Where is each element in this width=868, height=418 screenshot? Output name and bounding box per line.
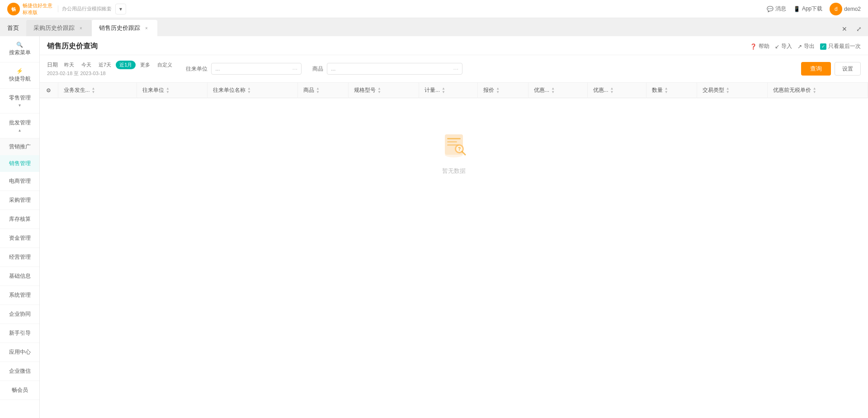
breadcrumb: 办公用品行业模拟账套 (58, 5, 112, 12)
date-filter-group: 日期 昨天 今天 近7天 近1月 更多 自定义 2023-02-18 至 202… (47, 61, 175, 77)
col-pretax-price[interactable]: 优惠前无税单价 ▲▼ (767, 83, 868, 98)
tab-sales-history-close[interactable]: × (143, 24, 150, 32)
sidebar-item-enterprise-wechat[interactable]: 企业微信 (0, 362, 39, 381)
tab-purchase-history-close[interactable]: × (77, 24, 85, 32)
sort-trade-type: ▲▼ (726, 87, 730, 94)
sidebar-item-beginner-guide[interactable]: 新手引导 (0, 324, 39, 343)
tab-home[interactable]: 首页 (0, 20, 26, 36)
search-menu-icon: 🔍 (16, 42, 23, 48)
date-7days[interactable]: 近7天 (96, 61, 114, 69)
help-btn[interactable]: ❓ 帮助 (750, 43, 769, 50)
tab-purchase-history[interactable]: 采购历史价跟踪 × (26, 20, 92, 36)
from-unit-placeholder: ... (215, 66, 292, 72)
date-yesterday[interactable]: 昨天 (61, 61, 77, 69)
quick-nav-icon: ⚡ (16, 68, 23, 74)
col-spec[interactable]: 规格型号 ▲▼ (348, 83, 419, 98)
sidebar-item-wholesale-mgmt[interactable]: 批发管理 ▴ (0, 114, 39, 138)
sidebar-item-marketing[interactable]: 营销推广 (0, 138, 39, 155)
sidebar-item-sales-mgmt[interactable]: 销售管理 (0, 155, 39, 172)
date-more[interactable]: 更多 (137, 61, 153, 69)
from-unit-input[interactable]: ... ··· (211, 63, 302, 75)
table-container: ⚙ 业务发生... ▲▼ 往来单位 (40, 83, 868, 418)
app-download-btn[interactable]: 📱 App下载 (793, 5, 822, 13)
sidebar-item-finance-mgmt[interactable]: 资金管理 (0, 229, 39, 248)
avatar: d (830, 3, 842, 15)
from-unit-dots-icon: ··· (292, 65, 298, 72)
col-discount1[interactable]: 优惠... ▲▼ (528, 83, 587, 98)
top-header: 畅 畅捷信好生意 标准版 办公用品行业模拟账套 ▾ 💬 消息 📱 App下载 d… (0, 0, 868, 18)
data-table: ⚙ 业务发生... ▲▼ 往来单位 (40, 83, 868, 98)
col-from-unit-name[interactable]: 往来单位名称 ▲▼ (207, 83, 297, 98)
header-right: 💬 消息 📱 App下载 d demo2 (767, 3, 861, 15)
date-range-text: 2023-02-18 至 2023-03-18 (47, 70, 175, 77)
col-quote[interactable]: 报价 ▲▼ (478, 83, 528, 98)
page-actions: ❓ 帮助 ↙ 导入 ↗ 导出 ✓ 只看最后一次 (750, 43, 861, 50)
maximize-btn[interactable]: ⤢ (854, 24, 864, 34)
col-trade-type[interactable]: 交易类型 ▲▼ (697, 83, 767, 98)
filter-right-actions: 查询 设置 (801, 62, 861, 76)
sort-qty: ▲▼ (665, 87, 668, 94)
sidebar-item-system-mgmt[interactable]: 系统管理 (0, 286, 39, 305)
col-qty[interactable]: 数量 ▲▼ (646, 83, 697, 98)
user-info[interactable]: d demo2 (830, 3, 861, 15)
sort-product: ▲▼ (316, 87, 320, 94)
export-icon: ↗ (797, 43, 802, 50)
tab-sales-history[interactable]: 销售历史价跟踪 × (92, 20, 157, 36)
tab-bar-controls: ✕ ⤢ (839, 24, 868, 36)
tab-bar: 首页 采购历史价跟踪 × 销售历史价跟踪 × ✕ ⤢ (0, 18, 868, 36)
settings-button[interactable]: 设置 (835, 62, 861, 76)
sidebar-item-search-menu[interactable]: 🔍 搜索菜单 (0, 36, 39, 62)
message-icon: 💬 (767, 6, 774, 12)
sort-quote: ▲▼ (496, 87, 500, 94)
sidebar-item-ecommerce-mgmt[interactable]: 电商管理 (0, 172, 39, 191)
export-btn[interactable]: ↗ 导出 (797, 43, 815, 50)
empty-text: 暂无数据 (442, 167, 466, 175)
sort-spec: ▲▼ (377, 87, 381, 94)
svg-rect-4 (447, 138, 461, 139)
sidebar-item-enterprise-collab[interactable]: 企业协同 (0, 305, 39, 324)
search-button[interactable]: 查询 (801, 62, 831, 76)
page-title: 销售历史价查询 (47, 42, 98, 51)
product-input[interactable]: ... ··· (327, 63, 462, 75)
svg-text:畅: 畅 (11, 7, 16, 12)
empty-state: ? 暂无数据 (40, 98, 868, 202)
quick-dates: 昨天 今天 近7天 近1月 更多 自定义 (61, 61, 175, 69)
col-product[interactable]: 商品 ▲▼ (298, 83, 349, 98)
sidebar-item-member[interactable]: 畅会员 (0, 381, 39, 400)
only-last-checkbox[interactable]: ✓ (820, 43, 826, 50)
col-from-unit[interactable]: 往来单位 ▲▼ (137, 83, 207, 98)
close-window-btn[interactable]: ✕ (839, 24, 850, 34)
date-label: 日期 (47, 61, 58, 69)
sort-discount1: ▲▼ (551, 87, 555, 94)
message-btn[interactable]: 💬 消息 (767, 5, 786, 13)
sidebar-item-inventory-check[interactable]: 库存核算 (0, 210, 39, 229)
workspace-selector[interactable]: ▾ (115, 4, 126, 14)
sidebar-item-basic-info[interactable]: 基础信息 (0, 267, 39, 286)
logo-text: 畅捷信好生意 标准版 (23, 2, 52, 15)
retail-mgmt-arrow: ▾ (19, 103, 21, 108)
only-last-checkbox-label[interactable]: ✓ 只看最后一次 (820, 43, 861, 50)
svg-text:?: ? (458, 147, 461, 152)
sort-discount2: ▲▼ (610, 87, 614, 94)
col-unit[interactable]: 计量... ▲▼ (419, 83, 477, 98)
sidebar-item-quick-nav[interactable]: ⚡ 快捷导航 (0, 62, 39, 89)
col-settings[interactable]: ⚙ (40, 83, 58, 98)
sidebar-item-purchase-mgmt[interactable]: 采购管理 (0, 191, 39, 210)
page-title-bar: 销售历史价查询 ❓ 帮助 ↙ 导入 ↗ 导出 ✓ (40, 36, 868, 55)
date-custom[interactable]: 自定义 (155, 61, 175, 69)
sidebar-item-app-center[interactable]: 应用中心 (0, 343, 39, 362)
sort-unit: ▲▼ (442, 87, 445, 94)
logo-icon: 畅 (7, 3, 20, 15)
main-layout: 🔍 搜索菜单 ⚡ 快捷导航 零售管理 ▾ 批发管理 ▴ 营销推广 销售管理 电商… (0, 36, 868, 418)
wholesale-mgmt-arrow: ▴ (19, 128, 21, 133)
date-1month[interactable]: 近1月 (116, 61, 136, 69)
date-today[interactable]: 今天 (79, 61, 94, 69)
sort-biz-date: ▲▼ (92, 87, 95, 94)
col-discount2[interactable]: 优惠... ▲▼ (587, 83, 646, 98)
col-biz-date[interactable]: 业务发生... ▲▼ (58, 83, 137, 98)
product-filter: 商品 ... ··· (312, 63, 462, 75)
sidebar-item-retail-mgmt[interactable]: 零售管理 ▾ (0, 89, 39, 114)
logo-area: 畅 畅捷信好生意 标准版 (7, 2, 52, 15)
sidebar-item-operation-mgmt[interactable]: 经营管理 (0, 248, 39, 267)
import-btn[interactable]: ↙ 导入 (775, 43, 792, 50)
